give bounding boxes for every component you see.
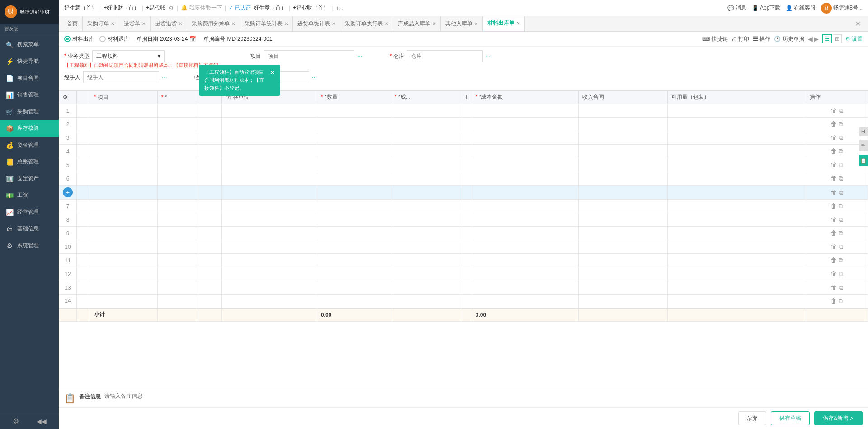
message-btn[interactable]: 💬 消息	[727, 4, 746, 12]
row-delete-btn-10[interactable]: 🗑	[830, 229, 837, 237]
col-settings-icon[interactable]: ⚙	[63, 94, 68, 100]
row-cell-14-10[interactable]	[578, 281, 667, 295]
prev-arrow[interactable]: ◀	[808, 35, 813, 43]
row-cell-14-5[interactable]	[222, 281, 317, 295]
row-cell-11-9[interactable]	[472, 240, 578, 254]
row-cell-9-1[interactable]	[77, 213, 90, 227]
sidebar-item-项目合同[interactable]: 📄项目合同	[0, 70, 59, 86]
row-cell-1-6[interactable]	[317, 104, 391, 118]
row-cell-2-5[interactable]	[222, 118, 317, 131]
row-cell-2-9[interactable]	[472, 118, 578, 131]
row-cell-12-11[interactable]	[667, 254, 806, 267]
tabbar-close-btn[interactable]: ✕	[851, 19, 864, 28]
row-cell-13-5[interactable]	[222, 267, 317, 281]
row-cell-9-7[interactable]	[391, 213, 462, 227]
row-cell-10-6[interactable]	[317, 227, 391, 240]
calendar-icon[interactable]: 📅	[189, 36, 196, 42]
row-cell-8-6[interactable]	[317, 200, 391, 213]
row-cell-3-3[interactable]	[157, 131, 198, 145]
row-cell-5-9[interactable]	[472, 158, 578, 172]
row-cell-8-3[interactable]	[157, 200, 198, 213]
row-cell-4-4[interactable]	[198, 145, 222, 158]
row-cell-4-9[interactable]	[472, 145, 578, 158]
tab-采购订单统计表[interactable]: 采购订单统计表✕	[240, 16, 293, 32]
sidebar-item-采购管理[interactable]: 🛒采购管理	[0, 103, 59, 120]
row-cell-14-3[interactable]	[157, 281, 198, 295]
row-cell-10-5[interactable]	[222, 227, 317, 240]
row-cell-14-2[interactable]	[90, 281, 158, 295]
row-delete-btn-4[interactable]: 🗑	[830, 148, 837, 155]
row-cell-10-7[interactable]	[391, 227, 462, 240]
row-copy-btn-2[interactable]: ⧉	[839, 120, 843, 128]
row-cell-15-1[interactable]	[77, 295, 90, 308]
row-delete-btn-11[interactable]: 🗑	[830, 243, 837, 251]
sidebar-item-销售管理[interactable]: 📊销售管理	[0, 86, 59, 103]
sidebar-item-固定资产[interactable]: 🏢固定资产	[0, 170, 59, 187]
row-cell-7-5[interactable]	[222, 186, 317, 200]
tab-进货单统计表[interactable]: 进货单统计表✕	[293, 16, 340, 32]
row-cell-9-3[interactable]	[157, 213, 198, 227]
collapse-icon[interactable]: ◀◀	[37, 418, 47, 425]
row-cell-10-4[interactable]	[198, 227, 222, 240]
row-cell-11-4[interactable]	[198, 240, 222, 254]
tab-进货退货[interactable]: 进货退货✕	[151, 16, 187, 32]
col-settings-header[interactable]: ⚙	[59, 91, 77, 104]
row-cell-14-7[interactable]	[391, 281, 462, 295]
row-cell-9-5[interactable]	[222, 213, 317, 227]
add-row-btn[interactable]: +	[63, 187, 73, 197]
row-copy-btn-1[interactable]: ⧉	[839, 107, 843, 114]
row-cell-5-5[interactable]	[222, 158, 317, 172]
row-cell-2-1[interactable]	[77, 118, 90, 131]
topbar-settings-icon[interactable]: ⚙	[168, 5, 174, 12]
row-cell-12-7[interactable]	[391, 254, 462, 267]
row-cell-12-10[interactable]	[578, 254, 667, 267]
row-cell-6-2[interactable]	[90, 172, 158, 186]
row-cell-11-6[interactable]	[317, 240, 391, 254]
row-cell-13-9[interactable]	[472, 267, 578, 281]
row-delete-btn-9[interactable]: 🗑	[830, 216, 837, 224]
row-cell-9-9[interactable]	[472, 213, 578, 227]
row-cell-4-10[interactable]	[578, 145, 667, 158]
row-cell-6-4[interactable]	[198, 172, 222, 186]
row-cell-6-3[interactable]	[157, 172, 198, 186]
sidebar-item-经营管理[interactable]: 📈经营管理	[0, 204, 59, 220]
row-copy-btn-9[interactable]: ⧉	[839, 216, 843, 224]
list-view-btn[interactable]: ☰	[822, 34, 832, 43]
sidebar-item-系统管理[interactable]: ⚙系统管理	[0, 237, 59, 254]
row-copy-btn-6[interactable]: ⧉	[839, 175, 843, 182]
row-cell-4-6[interactable]	[317, 145, 391, 158]
row-cell-6-1[interactable]	[77, 172, 90, 186]
row-cell-5-1[interactable]	[77, 158, 90, 172]
row-delete-btn-12[interactable]: 🗑	[830, 257, 837, 264]
row-cell-15-11[interactable]	[667, 295, 806, 308]
row-cell-5-2[interactable]	[90, 158, 158, 172]
topbar-item-2[interactable]: +好业财（首）	[104, 4, 139, 12]
sidebar-item-总账管理[interactable]: 📒总账管理	[0, 153, 59, 170]
row-cell-11-7[interactable]	[391, 240, 462, 254]
row-cell-4-11[interactable]	[667, 145, 806, 158]
row-cell-13-6[interactable]	[317, 267, 391, 281]
row-cell-2-6[interactable]	[317, 118, 391, 131]
row-copy-btn-3[interactable]: ⧉	[839, 134, 843, 142]
save-draft-btn[interactable]: 保存草稿	[771, 411, 810, 425]
tab-进货单[interactable]: 进货单✕	[119, 16, 151, 32]
row-cell-13-7[interactable]	[391, 267, 462, 281]
row-cell-15-10[interactable]	[578, 295, 667, 308]
row-cell-3-4[interactable]	[198, 131, 222, 145]
operation-btn[interactable]: ☰ 操作	[753, 35, 770, 43]
project-ellipsis-btn[interactable]: ···	[357, 52, 363, 60]
row-cell-11-2[interactable]	[90, 240, 158, 254]
row-cell-3-5[interactable]	[222, 131, 317, 145]
row-cell-4-3[interactable]	[157, 145, 198, 158]
row-cell-3-9[interactable]	[472, 131, 578, 145]
row-cell-2-4[interactable]	[198, 118, 222, 131]
row-delete-btn-8[interactable]: 🗑	[830, 202, 837, 210]
topbar-experience[interactable]: 🔔 我要体验一下	[181, 4, 222, 12]
tab-采购订单执行表[interactable]: 采购订单执行表✕	[340, 16, 393, 32]
shortcut-btn[interactable]: ⌨ 快捷键	[702, 35, 727, 43]
row-cell-14-6[interactable]	[317, 281, 391, 295]
row-cell-13-1[interactable]	[77, 267, 90, 281]
row-cell-14-4[interactable]	[198, 281, 222, 295]
topbar-item-1[interactable]: 好生意（首）	[64, 4, 97, 12]
tab-采购订单[interactable]: 采购订单✕	[83, 16, 119, 32]
